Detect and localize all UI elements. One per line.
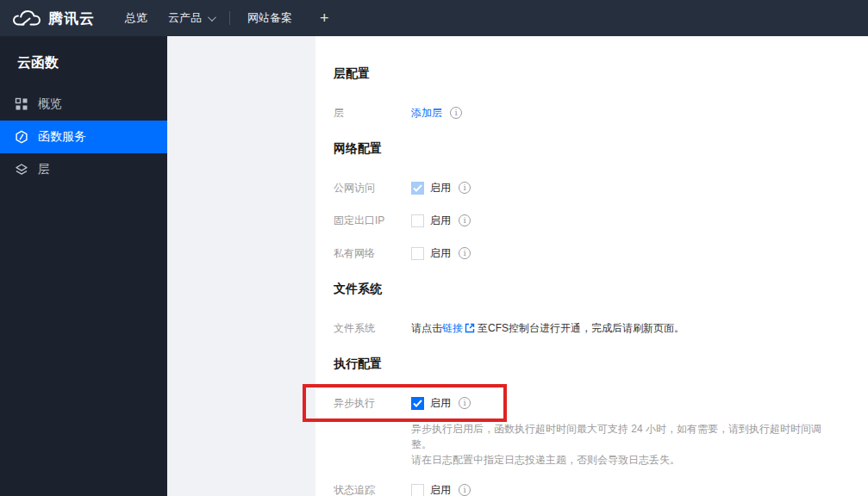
field-label-fixed-ip: 固定出口IP (334, 214, 411, 228)
public-network-checkbox (411, 182, 424, 195)
section-title-execution-config: 执行配置 (334, 357, 868, 369)
sidebar-item-function-service[interactable]: 函数服务 (0, 121, 167, 153)
form-row-public-network: 公网访问 启用 (334, 171, 868, 204)
enable-label: 启用 (430, 396, 451, 411)
form-row-async-execution: 异步执行 启用 (334, 387, 868, 419)
status-tracking-checkbox[interactable] (411, 484, 424, 496)
nav-divider (229, 11, 230, 25)
field-label-status-tracking: 状态追踪 (334, 483, 411, 496)
secondary-panel (167, 36, 315, 496)
form-row-fixed-ip: 固定出口IP 启用 (334, 204, 868, 237)
sidebar-item-label: 层 (38, 162, 50, 177)
sidebar: 云函数 概览 函数服务 (0, 36, 167, 496)
nav-item-label: 云产品 (168, 10, 202, 26)
form-row-file-system: 文件系统 请点击链接 至CFS控制台进行开通，完成后请刷新页面。 (334, 312, 868, 344)
enable-label: 启用 (430, 181, 451, 195)
field-label-file-system: 文件系统 (334, 321, 411, 336)
sidebar-item-layers[interactable]: 层 (0, 153, 167, 186)
section-title-network-config: 网络配置 (334, 142, 868, 154)
async-execution-checkbox[interactable] (411, 397, 424, 410)
form-row-layer: 层 添加层 (334, 96, 868, 129)
fs-text-after: 至CFS控制台进行开通，完成后请刷新页面。 (478, 321, 684, 336)
sidebar-item-overview[interactable]: 概览 (0, 88, 167, 121)
sidebar-item-label: 概览 (38, 96, 62, 112)
section-title-file-system: 文件系统 (334, 282, 868, 294)
enable-label: 启用 (430, 483, 451, 496)
enable-label: 启用 (430, 214, 451, 228)
fs-text-before: 请点击 (411, 321, 442, 336)
section-title-layer-config: 层配置 (334, 67, 868, 79)
info-icon[interactable] (459, 182, 471, 194)
info-icon[interactable] (459, 247, 471, 259)
form-row-vpc: 私有网络 启用 (334, 237, 868, 270)
top-nav: 总览 云产品 网站备案 + (95, 0, 329, 36)
info-icon[interactable] (459, 484, 471, 496)
tencent-cloud-logo[interactable]: 腾讯云 (12, 8, 95, 28)
layers-icon (15, 163, 28, 177)
cloud-logo-icon (12, 8, 41, 28)
field-label-public-network: 公网访问 (334, 181, 411, 195)
external-link-icon (465, 323, 475, 333)
add-layer-link[interactable]: 添加层 (411, 106, 442, 121)
description-line: 请在日志配置中指定日志投递主题，否则会导致日志丢失。 (411, 452, 825, 468)
info-icon[interactable] (459, 214, 471, 226)
chevron-down-icon (208, 13, 216, 22)
sidebar-menu: 概览 函数服务 层 (0, 88, 167, 186)
form-row-status-tracking: 状态追踪 启用 (334, 474, 868, 496)
grid-overview-icon (15, 97, 28, 111)
description-line: 异步执行启用后，函数执行超时时间最大可支持 24 小时，如有需要，请到执行超时时… (411, 421, 825, 452)
vpc-checkbox[interactable] (411, 247, 424, 260)
add-tab-button[interactable]: + (320, 0, 329, 36)
sidebar-title: 云函数 (0, 36, 167, 86)
top-navigation-bar: 腾讯云 总览 云产品 网站备案 + (0, 0, 868, 36)
fixed-ip-checkbox[interactable] (411, 214, 424, 227)
info-icon[interactable] (450, 107, 462, 119)
nav-item-website-icp[interactable]: 网站备案 (247, 0, 292, 36)
function-config-panel: 层配置 层 添加层 网络配置 公网访问 启用 固定出口IP 启用 私有网络 启用 (315, 36, 868, 496)
hexagon-function-icon (15, 130, 28, 144)
info-icon[interactable] (459, 397, 471, 409)
sidebar-item-label: 函数服务 (38, 129, 86, 145)
enable-label: 启用 (430, 246, 451, 261)
nav-item-cloud-products[interactable]: 云产品 (168, 0, 214, 36)
field-label-async-execution: 异步执行 (334, 396, 411, 411)
nav-item-overview[interactable]: 总览 (125, 0, 147, 36)
cfs-link[interactable]: 链接 (442, 321, 463, 336)
brand-name[interactable]: 腾讯云 (48, 9, 95, 28)
field-label-layer: 层 (334, 106, 411, 121)
field-label-vpc: 私有网络 (334, 246, 411, 261)
async-execution-description: 异步执行启用后，函数执行超时时间最大可支持 24 小时，如有需要，请到执行超时时… (411, 421, 825, 468)
